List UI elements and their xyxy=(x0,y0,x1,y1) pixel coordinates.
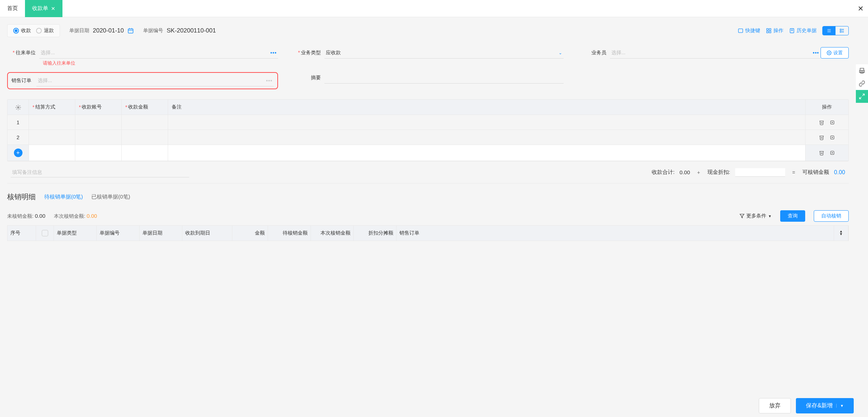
operation-button[interactable]: 操作 xyxy=(766,27,783,34)
svg-line-38 xyxy=(863,94,864,96)
checkbox-all[interactable] xyxy=(42,230,48,236)
cell-remark[interactable] xyxy=(168,130,806,145)
pending-tab[interactable]: 待核销单据(0笔) xyxy=(44,194,83,200)
date-value[interactable]: 2020-01-10 xyxy=(93,27,124,34)
col-sales[interactable]: 销售订单 xyxy=(397,226,834,241)
partner-field: *往来单位 选择... ••• xyxy=(7,47,278,59)
svg-rect-4 xyxy=(738,29,743,33)
side-expand-icon[interactable] xyxy=(856,90,868,103)
col-no[interactable]: 单据编号 xyxy=(97,226,140,241)
cell-amount[interactable] xyxy=(122,115,168,130)
radio-refund[interactable]: 退款 xyxy=(36,27,54,34)
sales-order-field-highlighted: 销售订单 选择... ••• xyxy=(7,72,278,89)
radio-receive[interactable]: 收款 xyxy=(13,27,31,34)
row-index: 2 xyxy=(7,130,29,145)
svg-rect-10 xyxy=(769,31,771,33)
salesperson-field: 业务员 选择... ••• xyxy=(578,47,821,59)
more-dots-icon[interactable]: ••• xyxy=(266,78,273,84)
col-amt[interactable]: 金额 xyxy=(232,226,268,241)
close-all-icon[interactable]: ✕ xyxy=(858,4,864,13)
side-toolbar xyxy=(856,64,868,103)
history-button[interactable]: 历史单据 xyxy=(789,27,817,34)
writeoff-table: 序号 单据类型 单据编号 单据日期 收款到期日 金额 待核销金额 本次核销金额 … xyxy=(7,225,849,241)
delete-icon[interactable] xyxy=(819,135,824,140)
writeoff-header: 核销明细 待核销单据(0笔) 已核销单据(0笔) xyxy=(7,184,849,207)
this-write-label: 本次核销金额: xyxy=(54,213,85,219)
svg-rect-20 xyxy=(840,31,842,32)
more-dots-icon[interactable]: ••• xyxy=(813,50,819,56)
cell-settle[interactable] xyxy=(29,130,75,145)
svg-rect-9 xyxy=(767,31,768,33)
svg-line-39 xyxy=(859,97,861,99)
svg-rect-7 xyxy=(767,29,768,30)
sales-order-select[interactable]: 选择... ••• xyxy=(36,75,274,86)
col-date[interactable]: 单据日期 xyxy=(140,226,182,241)
more-dots-icon[interactable]: ••• xyxy=(271,50,277,56)
col-pending[interactable]: 待核销金额 xyxy=(268,226,311,241)
salesperson-select[interactable]: 选择... ••• xyxy=(610,47,821,59)
copy-icon[interactable] xyxy=(829,135,835,140)
more-conditions-button[interactable]: 更多条件 ▼ xyxy=(740,213,772,219)
partner-select[interactable]: 选择... ••• xyxy=(39,47,278,59)
sort-icon[interactable]: ▲▼ xyxy=(834,226,848,241)
summary-field: 摘要 xyxy=(292,72,563,84)
close-icon[interactable]: ✕ xyxy=(51,6,55,11)
svg-marker-34 xyxy=(740,214,744,218)
calendar-icon[interactable] xyxy=(127,27,134,34)
tab-receipt[interactable]: 收款单 ✕ xyxy=(25,0,62,17)
shortcut-button[interactable]: 快捷键 xyxy=(738,27,760,34)
col-amount-label: 收款金额 xyxy=(128,104,148,110)
cell-account[interactable] xyxy=(75,130,122,145)
cell-settle[interactable] xyxy=(29,115,75,130)
svg-rect-17 xyxy=(840,29,842,30)
writeoff-title: 核销明细 xyxy=(7,192,36,202)
placeholder-text: 选择... xyxy=(611,50,813,56)
tab-home[interactable]: 首页 xyxy=(0,0,25,17)
partner-error: 请输入往来单位 xyxy=(43,60,278,66)
docno-value: SK-20200110-001 xyxy=(167,27,216,34)
chevron-down-icon[interactable]: ⌄ xyxy=(559,50,562,55)
gear-icon[interactable] xyxy=(15,104,21,110)
view-list-button[interactable] xyxy=(823,26,836,35)
view-detail-button[interactable] xyxy=(836,26,848,35)
svg-rect-35 xyxy=(860,68,864,70)
table-row: 2 xyxy=(7,130,848,145)
col-due[interactable]: 收款到期日 xyxy=(182,226,232,241)
cell-amount[interactable] xyxy=(122,130,168,145)
svg-rect-0 xyxy=(128,29,133,33)
settings-button[interactable]: 设置 xyxy=(821,47,849,59)
svg-point-24 xyxy=(17,107,19,108)
auto-writeoff-button[interactable]: 自动核销 xyxy=(814,210,849,222)
biztype-field: *业务类型 应收款 ⌄ xyxy=(292,47,563,59)
side-print-icon[interactable] xyxy=(856,64,868,77)
done-tab[interactable]: 已核销单据(0笔) xyxy=(91,194,130,200)
header-row: 收款 退款 单据日期 2020-01-10 单据编号 SK-20200110-0… xyxy=(7,21,849,41)
remark-input[interactable] xyxy=(11,167,189,177)
copy-icon[interactable] xyxy=(829,120,835,125)
table-row: 1 xyxy=(7,115,848,130)
query-button[interactable]: 查询 xyxy=(780,210,805,222)
placeholder-text: 选择... xyxy=(41,50,271,56)
delete-icon[interactable] xyxy=(819,150,824,156)
delete-icon[interactable] xyxy=(819,120,824,125)
biztype-label: 业务类型 xyxy=(301,50,321,55)
col-discount[interactable]: 折扣分摊额 xyxy=(354,226,397,241)
writable-value: 0.00 xyxy=(834,169,845,176)
radio-receive-label: 收款 xyxy=(21,27,31,34)
col-writeoff[interactable]: 本次核销金额 xyxy=(311,226,354,241)
unwritten-label: 未核销金额: xyxy=(7,213,34,219)
add-row-icon[interactable]: + xyxy=(14,149,22,157)
settings-label: 设置 xyxy=(833,50,843,56)
copy-icon[interactable] xyxy=(829,150,835,156)
radio-circle-icon xyxy=(36,28,42,34)
gear-column[interactable] xyxy=(7,100,29,115)
side-link-icon[interactable] xyxy=(856,77,868,90)
col-type[interactable]: 单据类型 xyxy=(54,226,97,241)
cell-account[interactable] xyxy=(75,115,122,130)
table-add-row: + xyxy=(7,145,848,161)
biztype-select[interactable]: 应收款 ⌄ xyxy=(324,47,563,59)
table-header: *结算方式 *收款账号 *收款金额 备注 操作 xyxy=(7,100,848,115)
cash-discount-input[interactable] xyxy=(735,168,785,177)
summary-input[interactable] xyxy=(324,72,563,84)
cell-remark[interactable] xyxy=(168,115,806,130)
